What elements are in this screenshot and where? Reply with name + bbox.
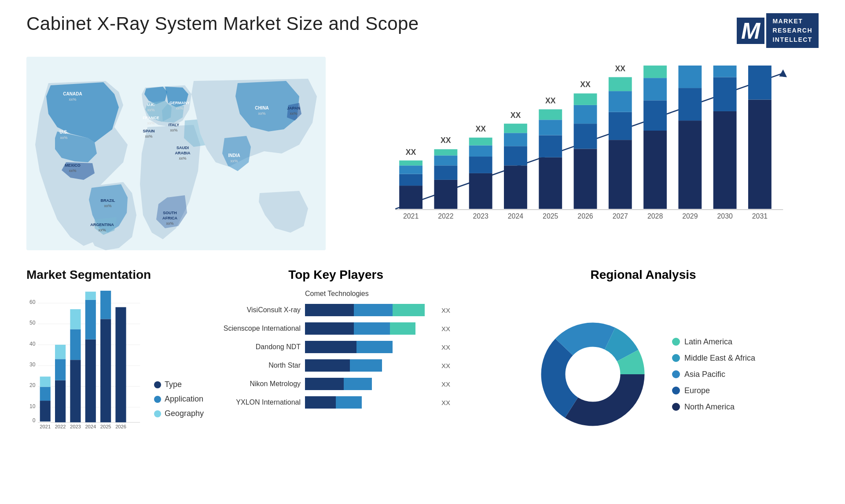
svg-text:2022: 2022 bbox=[438, 212, 453, 220]
legend-type: Type bbox=[154, 380, 204, 389]
svg-rect-67 bbox=[609, 91, 632, 112]
logo-m-icon: M bbox=[737, 18, 764, 44]
svg-text:xx%: xx% bbox=[69, 168, 76, 173]
svg-text:2026: 2026 bbox=[115, 424, 126, 429]
logo-text: MARKET RESEARCH INTELLECT bbox=[766, 13, 819, 48]
svg-text:GERMANY: GERMANY bbox=[169, 101, 190, 105]
svg-text:20: 20 bbox=[29, 382, 36, 388]
svg-point-139 bbox=[566, 348, 619, 401]
legend-geography: Geography bbox=[154, 409, 204, 418]
svg-rect-76 bbox=[678, 88, 702, 121]
regional-middle-east: Middle East & Africa bbox=[672, 354, 755, 363]
segmentation-chart-svg: 60 50 40 30 20 10 0 bbox=[26, 291, 141, 431]
dot-middle-east bbox=[672, 354, 680, 362]
svg-rect-117 bbox=[55, 359, 66, 380]
svg-rect-43 bbox=[434, 149, 457, 155]
svg-rect-79 bbox=[713, 111, 737, 209]
svg-text:SOUTH: SOUTH bbox=[163, 211, 177, 215]
svg-rect-83 bbox=[748, 100, 772, 209]
svg-text:2024: 2024 bbox=[508, 212, 523, 220]
svg-rect-84 bbox=[748, 66, 772, 100]
svg-text:ARABIA: ARABIA bbox=[175, 151, 191, 155]
page-title: Cabinet X-Ray System Market Size and Sco… bbox=[26, 13, 419, 34]
player-row-visiconsult: VisiConsult X-ray XX bbox=[221, 304, 450, 316]
legend-geography-dot bbox=[154, 410, 161, 417]
dot-asia-pacific bbox=[672, 370, 680, 378]
legend-application-dot bbox=[154, 396, 161, 403]
svg-text:xx%: xx% bbox=[147, 121, 154, 125]
svg-text:0: 0 bbox=[33, 417, 36, 424]
regional-section: Regional Analysis bbox=[468, 263, 819, 504]
dot-europe bbox=[672, 387, 680, 394]
svg-text:xx%: xx% bbox=[98, 228, 106, 232]
player-row-nikon: Nikon Metrology XX bbox=[221, 378, 450, 390]
svg-rect-77 bbox=[678, 66, 702, 88]
svg-text:60: 60 bbox=[29, 299, 36, 305]
donut-chart bbox=[531, 313, 654, 436]
svg-text:XX: XX bbox=[545, 96, 556, 105]
dot-latin-america bbox=[672, 338, 680, 346]
svg-rect-60 bbox=[574, 149, 597, 209]
svg-rect-125 bbox=[100, 319, 111, 422]
donut-svg bbox=[531, 313, 654, 436]
svg-text:CHINA: CHINA bbox=[255, 106, 269, 110]
svg-text:xx%: xx% bbox=[258, 111, 265, 116]
bar-chart-svg: XX XX XX XX bbox=[356, 66, 814, 228]
regional-asia-pacific: Asia Pacific bbox=[672, 370, 755, 379]
svg-rect-66 bbox=[609, 112, 632, 140]
svg-rect-114 bbox=[40, 387, 51, 401]
svg-rect-56 bbox=[539, 135, 562, 157]
svg-text:BRAZIL: BRAZIL bbox=[101, 198, 115, 203]
svg-text:xx%: xx% bbox=[69, 97, 76, 102]
svg-text:2025: 2025 bbox=[543, 212, 558, 220]
svg-text:XX: XX bbox=[475, 124, 486, 133]
svg-rect-118 bbox=[55, 345, 66, 359]
svg-text:xx%: xx% bbox=[179, 156, 186, 161]
svg-rect-45 bbox=[469, 173, 492, 209]
player-comet: Comet Technologies bbox=[305, 290, 450, 298]
svg-rect-61 bbox=[574, 124, 597, 149]
svg-text:xx%: xx% bbox=[166, 221, 173, 226]
svg-rect-72 bbox=[643, 78, 667, 100]
svg-text:2021: 2021 bbox=[40, 424, 51, 429]
svg-text:10: 10 bbox=[29, 403, 36, 409]
svg-text:xx%: xx% bbox=[145, 134, 152, 139]
svg-text:xx%: xx% bbox=[147, 108, 154, 112]
svg-text:xx%: xx% bbox=[290, 111, 297, 116]
svg-rect-55 bbox=[539, 157, 562, 209]
svg-rect-42 bbox=[434, 155, 457, 165]
svg-text:2026: 2026 bbox=[577, 212, 593, 220]
svg-text:MEXICO: MEXICO bbox=[65, 163, 81, 168]
svg-rect-81 bbox=[713, 66, 737, 77]
player-row-northstar: North Star XX bbox=[221, 359, 450, 372]
legend-application: Application bbox=[154, 394, 204, 404]
map-container: CANADA xx% U.S. xx% MEXICO xx% BRAZIL xx… bbox=[26, 57, 326, 250]
bottom-section: Market Segmentation 60 50 40 30 20 10 0 bbox=[26, 263, 819, 504]
svg-rect-126 bbox=[100, 291, 111, 319]
svg-text:2025: 2025 bbox=[100, 424, 111, 429]
player-bar-visiconsult bbox=[305, 304, 434, 316]
page: Cabinet X-Ray System Market Size and Sco… bbox=[0, 0, 845, 504]
svg-text:JAPAN: JAPAN bbox=[287, 106, 300, 110]
header: Cabinet X-Ray System Market Size and Sco… bbox=[26, 13, 819, 48]
regional-latin-america: Latin America bbox=[672, 337, 755, 347]
svg-rect-47 bbox=[469, 145, 492, 157]
segmentation-chart-area: 60 50 40 30 20 10 0 bbox=[26, 291, 204, 431]
svg-rect-120 bbox=[70, 329, 81, 360]
svg-text:U.K.: U.K. bbox=[147, 102, 155, 107]
svg-text:XX: XX bbox=[511, 111, 521, 120]
svg-text:SPAIN: SPAIN bbox=[143, 129, 155, 133]
svg-rect-51 bbox=[504, 146, 527, 165]
player-bar-dandong bbox=[305, 341, 434, 353]
svg-rect-58 bbox=[539, 110, 562, 120]
svg-text:XX: XX bbox=[580, 80, 591, 89]
player-row-scienscope: Scienscope International XX bbox=[221, 322, 450, 335]
player-bar-northstar bbox=[305, 359, 434, 372]
svg-rect-121 bbox=[70, 309, 81, 329]
svg-rect-127 bbox=[115, 307, 126, 422]
legend-type-dot bbox=[154, 381, 161, 388]
segmentation-legend: Type Application Geography bbox=[154, 380, 204, 431]
svg-text:xx%: xx% bbox=[170, 128, 177, 132]
segmentation-title: Market Segmentation bbox=[26, 268, 204, 282]
svg-text:2023: 2023 bbox=[70, 424, 81, 429]
